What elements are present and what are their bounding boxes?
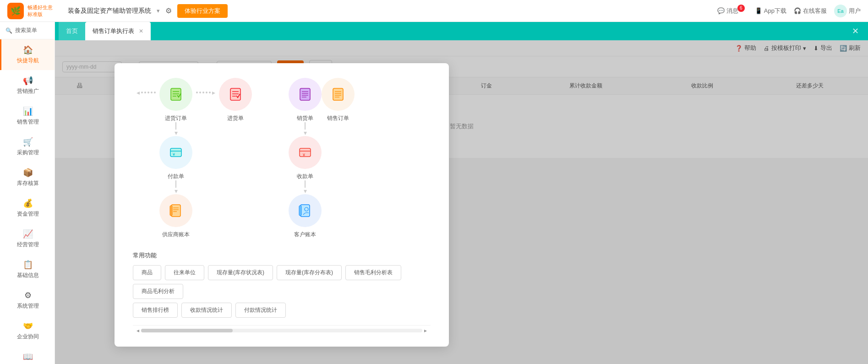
sidebar-item-inventory[interactable]: 📦 库存核算 [0,162,55,193]
message-btn[interactable]: 💬 消息 6 [717,7,748,15]
node-supplier-ledger[interactable]: 供应商账本 [159,194,192,239]
func-btn-stock-dist[interactable]: 现存量(库存分布表) [277,265,342,280]
sidebar-item-operations[interactable]: 📈 经营管理 [0,223,55,254]
quick-nav-modal: 进货订单 ▾ [115,63,449,347]
customer-ledger-icon [289,194,322,227]
arrow-sales-order-to-bill: ◂ [133,78,159,96]
logo-icon: 🌿 [7,3,24,19]
svg-rect-0 [171,88,181,100]
app-icon: 📱 [755,7,762,14]
col-sales-order: 销售订单 [322,78,355,122]
tab-sales-order[interactable]: 销售订单执行表 ✕ [85,22,151,40]
func-btn-receipt-stats[interactable]: 收款情况统计 [181,303,232,318]
scroll-right-btn[interactable]: ▸ [424,327,427,334]
v-connector-3: ▾ [304,122,307,136]
system-icon: ⚙ [24,290,32,300]
svg-text:¥: ¥ [172,152,175,157]
func-btn-sales-rank[interactable]: 销售排行榜 [133,303,178,318]
sidebar-item-finance[interactable]: 💰 资金管理 [0,193,55,223]
settings-icon[interactable]: ⚙ [165,6,172,15]
func-btn-product[interactable]: 商品 [133,265,161,280]
message-badge: 6 [737,5,745,12]
func-btn-payment-stats[interactable]: 付款情况统计 [235,303,286,318]
scroll-thumb[interactable] [141,329,233,332]
sidebar-item-enterprise[interactable]: 🤝 企业协同 [0,315,55,346]
svg-rect-16 [300,88,310,100]
sidebar-item-purchase[interactable]: 🛒 采购管理 [0,131,55,162]
receipt-label: 收款单 [297,173,313,180]
headset-icon: 🎧 [794,7,801,14]
system-title: 装备及固定资产辅助管理系统 [68,7,151,15]
scroll-track [141,329,422,332]
content-area: 首页 销售订单执行表 ✕ ✕ ❓ 帮助 🖨 按模板打印 ▾ [55,22,868,364]
svg-rect-4 [170,148,181,157]
node-purchase-bill[interactable]: 进货单 [219,78,252,122]
sales-order-icon [322,78,355,111]
scrollbar-area: ◂ ▸ [133,325,431,336]
sidebar-item-system[interactable]: ⚙ 系统管理 [0,285,55,315]
finance-icon: 💰 [23,198,33,208]
experience-btn[interactable]: 体验行业方案 [177,4,228,18]
svg-rect-7 [171,205,180,217]
node-payment[interactable]: ¥ 付款单 [159,136,192,180]
dropdown-icon[interactable]: ▾ [157,7,160,14]
marketing-icon: 📢 [23,76,33,86]
enterprise-icon: 🤝 [23,321,33,331]
svg-rect-8 [170,206,172,216]
tab-bar-close-btn[interactable]: ✕ [846,26,864,36]
user-area[interactable]: Ea 用户 [834,5,861,17]
tab-close-btn[interactable]: ✕ [139,28,143,34]
svg-rect-12 [230,88,240,100]
main-layout: 🔍 搜索菜单 🏠 快捷导航 📢 营销推广 📊 销售管理 🛒 采购管理 📦 库存核… [0,22,868,364]
node-customer-ledger[interactable]: 客户账本 [289,194,322,239]
purchase-order-icon [159,78,192,111]
payment-icon: ¥ [159,136,192,169]
sidebar-item-quick-nav[interactable]: 🏠 快捷导航 [0,39,55,70]
svg-rect-25 [299,206,301,216]
node-purchase-order[interactable]: 进货订单 [159,78,192,122]
logo-text: 畅通好生意 标准版 [27,4,53,17]
search-menu[interactable]: 🔍 搜索菜单 [0,22,55,39]
scroll-left-btn[interactable]: ◂ [136,327,139,334]
sales-order-label: 销售订单 [327,114,349,122]
func-btn-partner[interactable]: 往来单位 [165,265,204,280]
v-connector-2: ▾ [175,180,178,194]
node-sales-order[interactable]: 销售订单 [322,78,355,122]
payment-label: 付款单 [168,173,184,180]
page-content: ❓ 帮助 🖨 按模板打印 ▾ ⬇ 导出 🔄 刷新 [55,40,868,364]
message-icon: 💬 [717,7,725,14]
sidebar-item-basic-info[interactable]: 📋 基础信息 [0,254,55,285]
purchase-bill-label: 进货单 [227,114,244,122]
node-receipt[interactable]: ¥ 收款单 [289,136,322,180]
home-icon: 🏠 [23,45,33,55]
sidebar-item-newbie[interactable]: 📖 新手引导 [0,346,55,364]
sidebar-item-marketing[interactable]: 📢 营销推广 [0,70,55,101]
func-btn-product-profit[interactable]: 商品毛利分析 [133,284,183,299]
supplier-ledger-icon [159,194,192,227]
header-right: 💬 消息 6 📱 App下载 🎧 在线客服 Ea 用户 [717,5,861,17]
col-sales: 销货单 ▾ [289,78,322,239]
sidebar-item-sales[interactable]: 📊 销售管理 [0,101,55,131]
header-left: 🌿 畅通好生意 标准版 装备及固定资产辅助管理系统 ▾ ⚙ 体验行业方案 [7,3,228,19]
func-btn-stock-status[interactable]: 现存量(库存状况表) [208,265,273,280]
node-sales-bill[interactable]: 销货单 [289,78,322,122]
v-connector-4: ▾ [304,180,307,194]
receipt-icon: ¥ [289,136,322,169]
logo-area: 🌿 畅通好生意 标准版 [7,3,62,19]
online-service-btn[interactable]: 🎧 在线客服 [794,7,827,15]
flow-diagram: 进货订单 ▾ [133,78,431,239]
arrow-purchase-order-to-bill: ▸ [192,78,219,96]
app-download-btn[interactable]: 📱 App下载 [755,7,786,15]
tab-bar: 首页 销售订单执行表 ✕ ✕ [55,22,868,40]
avatar: Ea [834,5,847,17]
inventory-icon: 📦 [23,168,33,178]
col-purchase-bill: 进货单 [219,78,252,122]
v-connector-1: ▾ [175,122,178,136]
common-functions-title: 常用功能 [133,251,431,260]
func-btn-sales-profit[interactable]: 销售毛利分析表 [345,265,401,280]
purchase-order-label: 进货订单 [165,114,187,122]
tab-home[interactable]: 首页 [59,22,85,40]
sales-bill-label: 销货单 [297,114,313,122]
sales-icon: 📊 [23,106,33,116]
func-buttons-row1: 商品 往来单位 现存量(库存状况表) 现存量(库存分布表) 销售毛利分析表 商品… [133,265,431,299]
